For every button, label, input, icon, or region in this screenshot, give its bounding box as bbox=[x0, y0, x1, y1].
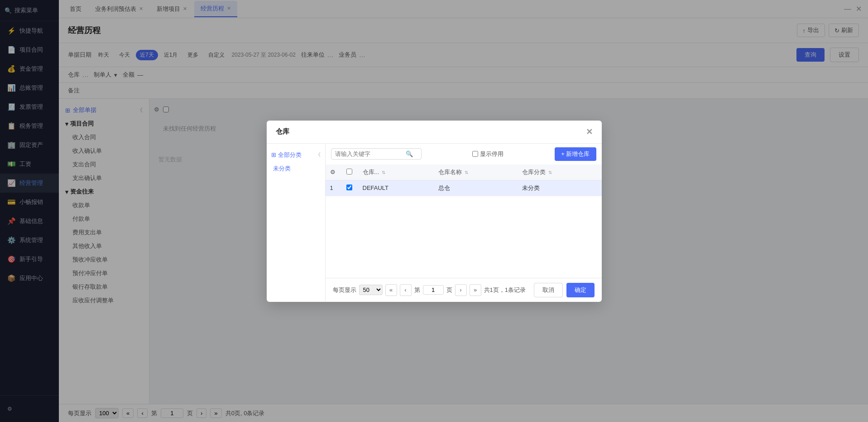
modal-search-input[interactable] bbox=[335, 150, 403, 157]
show-disabled-label[interactable]: 显示停用 bbox=[472, 150, 504, 158]
show-disabled-checkbox[interactable] bbox=[472, 151, 478, 157]
modal-all-icon: ⊞ bbox=[271, 151, 276, 158]
row-category-cell: 未分类 bbox=[518, 180, 601, 196]
modal-toolbar: 🔍 显示停用 + 新增仓库 bbox=[326, 144, 602, 165]
show-disabled-text: 显示停用 bbox=[480, 150, 504, 158]
modal-right-panel: 🔍 显示停用 + 新增仓库 ⚙ bbox=[326, 144, 602, 302]
modal-unclassified-item[interactable]: 未分类 bbox=[267, 162, 325, 175]
modal-left-header: ⊞ 全部分类 《 bbox=[267, 148, 325, 162]
modal-col-code: 仓库... ⇅ bbox=[358, 165, 434, 180]
category-sort-icon: ⇅ bbox=[548, 170, 552, 175]
modal-close-btn[interactable]: ✕ bbox=[586, 127, 593, 137]
modal-prev-page-btn[interactable]: ‹ bbox=[400, 284, 412, 296]
modal-per-page-label: 每页显示 bbox=[333, 286, 356, 294]
modal-col-name: 仓库名称 ⇅ bbox=[434, 165, 518, 180]
code-sort-icon: ⇅ bbox=[382, 170, 385, 175]
modal-collapse-btn[interactable]: 《 bbox=[316, 151, 321, 158]
modal-pagination: 每页显示 50 100 « ‹ 第 页 › » 共1页，1条记录 bbox=[333, 284, 526, 296]
modal-overlay: 仓库 ✕ ⊞ 全部分类 《 未分类 bbox=[0, 0, 868, 422]
warehouse-modal: 仓库 ✕ ⊞ 全部分类 《 未分类 bbox=[267, 121, 602, 302]
modal-col-checkbox bbox=[342, 165, 358, 180]
modal-left-panel: ⊞ 全部分类 《 未分类 bbox=[267, 144, 326, 302]
modal-all-label[interactable]: 全部分类 bbox=[278, 151, 302, 159]
modal-footer-actions: 取消 确定 bbox=[534, 283, 595, 297]
modal-first-page-btn[interactable]: « bbox=[385, 284, 397, 296]
modal-table-wrapper: ⚙ 仓库... ⇅ 仓库名称 ⇅ 仓库分类 ⇅ 1 DEFA bbox=[326, 165, 602, 278]
modal-col-category: 仓库分类 ⇅ bbox=[518, 165, 601, 180]
add-warehouse-btn[interactable]: + 新增仓库 bbox=[555, 147, 596, 161]
modal-col-sort: ⚙ bbox=[326, 165, 342, 180]
modal-table: ⚙ 仓库... ⇅ 仓库名称 ⇅ 仓库分类 ⇅ 1 DEFA bbox=[326, 165, 602, 196]
modal-page-suffix: 页 bbox=[446, 286, 452, 294]
row-checkbox[interactable] bbox=[346, 184, 352, 190]
modal-cancel-btn[interactable]: 取消 bbox=[534, 283, 563, 297]
modal-total-info: 共1页，1条记录 bbox=[484, 286, 526, 294]
name-sort-icon: ⇅ bbox=[465, 170, 468, 175]
row-name-cell: 总仓 bbox=[434, 180, 518, 196]
modal-footer: 每页显示 50 100 « ‹ 第 页 › » 共1页，1条记录 bbox=[326, 278, 602, 302]
modal-header: 仓库 ✕ bbox=[267, 121, 602, 144]
modal-search-icon[interactable]: 🔍 bbox=[406, 150, 413, 157]
modal-title: 仓库 bbox=[276, 127, 289, 136]
row-sort-cell: 1 bbox=[326, 180, 342, 196]
modal-search-box: 🔍 bbox=[331, 148, 422, 160]
modal-page-input[interactable] bbox=[423, 285, 444, 295]
row-checkbox-cell bbox=[342, 180, 358, 196]
modal-per-page-select[interactable]: 50 100 bbox=[359, 285, 383, 295]
modal-select-all[interactable] bbox=[346, 169, 352, 175]
modal-next-page-btn[interactable]: › bbox=[455, 284, 467, 296]
table-row[interactable]: 1 DEFAULT 总仓 未分类 bbox=[326, 180, 602, 196]
modal-confirm-btn[interactable]: 确定 bbox=[566, 283, 595, 297]
row-code-cell: DEFAULT bbox=[358, 180, 434, 196]
modal-page-label: 第 bbox=[414, 286, 420, 294]
modal-unclassified-label: 未分类 bbox=[273, 165, 291, 172]
modal-last-page-btn[interactable]: » bbox=[470, 284, 481, 296]
modal-body: ⊞ 全部分类 《 未分类 🔍 bbox=[267, 144, 602, 302]
